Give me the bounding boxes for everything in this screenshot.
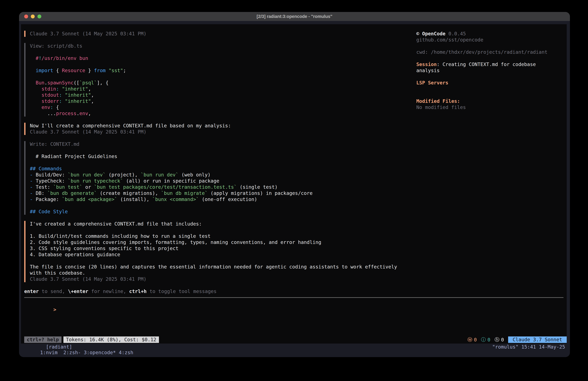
text-segment: `bun test` xyxy=(53,184,83,190)
message-input[interactable] xyxy=(53,313,63,319)
desktop: [2/3] radiant:3:opencode - "romulus" Cla… xyxy=(0,0,588,381)
keybind-hint-bar: enter to send, \+enter for newline, ctrl… xyxy=(24,288,564,294)
text-segment: LSP Servers xyxy=(416,80,448,86)
text-segment: 1. Build/lint/test commands including ho… xyxy=(30,233,210,239)
text-segment: Claude 3.7 Sonnet (14 May 2025 03:41 PM) xyxy=(30,129,146,135)
terminal-line: analysis xyxy=(416,67,564,74)
traffic-lights xyxy=(24,12,41,21)
text-segment: ], { xyxy=(97,80,108,86)
terminal-line: - Build/Dev: `bun run dev` (project), `b… xyxy=(30,172,564,178)
text-segment: `bun db generate` xyxy=(47,190,97,196)
text-segment: enter xyxy=(24,289,39,294)
tmux-window-4[interactable]: 4:zsh xyxy=(119,350,133,355)
text-segment: # xyxy=(30,55,39,61)
zoom-button[interactable] xyxy=(38,15,41,18)
text-segment: env xyxy=(79,111,88,116)
diagnostic-icon: ⓦ xyxy=(467,336,472,343)
terminal-line: 3. CSS styling conventions specific to t… xyxy=(30,246,564,251)
text-segment: "inherit" xyxy=(65,98,91,104)
text-segment: . xyxy=(44,80,47,86)
text-segment: - xyxy=(30,178,36,184)
terminal-line: - TypeCheck: `bun run typecheck` (all) o… xyxy=(30,178,564,184)
text-segment: `bun run dev` xyxy=(141,172,178,178)
terminal-line: Write: CONTEXT.md xyxy=(30,141,564,147)
diagnostic-item: ⓗ0 xyxy=(495,336,504,343)
text-segment: : xyxy=(50,104,53,110)
terminal-line: github.com/sst/opencode xyxy=(416,37,564,43)
text-segment: - xyxy=(30,184,36,190)
input-divider xyxy=(24,297,564,298)
terminal-line xyxy=(30,147,564,153)
text-segment: © OpenCode xyxy=(416,31,448,37)
text-segment: `bun run dev` xyxy=(68,172,106,178)
terminal-line: with this codebase. xyxy=(30,270,564,276)
text-segment: (apply migrations) in packages/core xyxy=(208,190,313,196)
text-segment: ## Code Style xyxy=(30,209,68,214)
text-segment: \+enter xyxy=(68,289,88,294)
text-segment: for newline, xyxy=(88,289,129,294)
text-segment: . xyxy=(77,111,79,116)
text-segment: `psql` xyxy=(79,80,97,86)
minimize-button[interactable] xyxy=(31,15,35,18)
terminal-line xyxy=(30,159,564,166)
text-segment: (one-off execution) xyxy=(199,197,257,202)
terminal-line: LSP Servers xyxy=(416,80,564,86)
terminal-line: 4. Database operations guidance xyxy=(30,251,564,258)
text-segment: `bun db migrate` xyxy=(161,190,208,196)
text-segment: - xyxy=(30,172,36,178)
text-segment: (all) or run in specific package xyxy=(123,178,219,184)
text-segment: Claude 3.7 Sonnet (14 May 2025 03:41 PM) xyxy=(30,31,146,37)
diagnostic-icon: ⓗ xyxy=(495,336,499,343)
text-segment: No modified files xyxy=(416,104,466,110)
close-button[interactable] xyxy=(24,15,28,18)
text-segment: ! xyxy=(39,55,42,61)
text-segment: Package: xyxy=(36,197,62,202)
terminal-line: Session: Creating CONTEXT.md for codebas… xyxy=(416,61,564,67)
text-segment: "inherit" xyxy=(65,92,91,98)
diagnostic-item: ⓘ0 xyxy=(481,336,490,343)
text-segment: 4. Database operations guidance xyxy=(30,252,120,257)
window-title: [2/3] radiant:3:opencode - "romulus" xyxy=(256,14,332,19)
text-segment: Session xyxy=(416,62,437,67)
tmux-status-bar: [radiant] 1:nvim 2:zsh-3:opencode*4:zsh … xyxy=(21,344,567,350)
terminal-line: Claude 3.7 Sonnet (14 May 2025 03:41 PM) xyxy=(30,129,564,135)
text-segment: stdout xyxy=(30,92,59,98)
diagnostic-count: 0 xyxy=(474,337,477,343)
diagnostics-cluster: ⓦ0ⓘ0ⓗ0 xyxy=(467,336,504,343)
text-segment: 0.0.45 xyxy=(448,31,466,37)
terminal-line: 1. Build/lint/test commands including ho… xyxy=(30,233,564,239)
tmux-window-2[interactable]: 2:zsh- xyxy=(63,350,81,355)
text-segment: stdin xyxy=(30,86,56,92)
text-segment: or xyxy=(82,184,94,190)
terminal-line xyxy=(30,202,564,209)
text-segment xyxy=(106,68,109,73)
terminal-line: # Radiant Project Guidelines xyxy=(30,153,564,159)
text-segment: : Creating CONTEXT.md for codebase xyxy=(437,62,536,67)
terminal-line xyxy=(30,227,564,233)
opencode-terminal: Claude 3.7 Sonnet (14 May 2025 03:41 PM)… xyxy=(21,24,567,344)
text-segment: Claude 3.7 Sonnet (14 May 2025 03:41 PM) xyxy=(30,276,146,282)
text-segment: } xyxy=(85,68,94,73)
assistant-message: I've created a comprehensive CONTEXT.md … xyxy=(24,221,564,282)
text-segment: Modified Files: xyxy=(416,98,460,104)
text-segment: to send, xyxy=(39,289,68,294)
tmux-window-1[interactable]: 1:nvim xyxy=(40,350,60,355)
text-segment: ctrl+h xyxy=(129,289,147,294)
text-segment: `bun add <package>` xyxy=(62,197,117,202)
text-segment: stderr xyxy=(30,98,59,104)
model-chip[interactable]: Claude 3.7 Sonnet xyxy=(508,336,567,343)
window-titlebar[interactable]: [2/3] radiant:3:opencode - "romulus" xyxy=(19,12,570,21)
tmux-window-3[interactable]: 3:opencode* xyxy=(84,350,116,355)
terminal-line: Now I'll create a comprehensive CONTEXT.… xyxy=(30,123,564,129)
terminal-line xyxy=(30,258,564,264)
text-segment: "inherit" xyxy=(62,86,88,92)
text-segment: cwd: /home/thdxr/dev/projects/radiant/ra… xyxy=(416,49,547,55)
text-segment: : xyxy=(56,86,59,92)
text-segment: "sst" xyxy=(109,68,123,73)
text-segment: 3. CSS styling conventions specific to t… xyxy=(30,246,178,251)
terminal-line: ## Code Style xyxy=(30,209,564,215)
text-segment: Now I'll create a comprehensive CONTEXT.… xyxy=(30,123,231,129)
terminal-line: The file is concise (20 lines) and captu… xyxy=(30,264,564,270)
text-segment: `bunx <command>` xyxy=(152,197,199,202)
terminal-line: - Test: `bun test` or `bun test packages… xyxy=(30,184,564,190)
